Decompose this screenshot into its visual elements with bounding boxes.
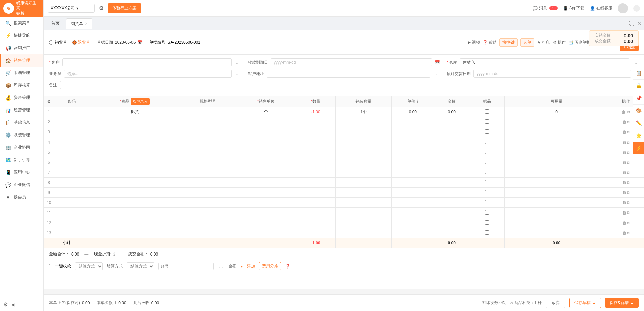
video-link[interactable]: ▶ 视频 — [468, 40, 480, 45]
fee-split-btn[interactable]: 费用分摊 — [259, 262, 281, 270]
sidebar-item-marketing[interactable]: 📢 营销推广 — [0, 42, 43, 54]
copy-icon[interactable]: ⧉ — [627, 150, 630, 155]
rfb-star[interactable]: ⭐ — [633, 129, 644, 142]
col-settings[interactable]: ⚙ — [44, 96, 54, 107]
order-balance-info[interactable]: ℹ — [115, 301, 116, 305]
row-1-barcode[interactable] — [54, 107, 89, 117]
save-new-button[interactable]: 保存&新增 ▲ — [605, 298, 639, 308]
sidebar-item-system[interactable]: ⚙️ 系统管理 — [0, 129, 43, 141]
delete-icon[interactable]: 🗑 — [622, 130, 627, 134]
company-select[interactable]: XXXXXX公司 ▾ — [48, 4, 95, 13]
sidebar-item-quick-nav[interactable]: ⚡ 快捷导航 — [0, 29, 43, 42]
delete-icon[interactable]: 🗑 — [622, 170, 627, 175]
customer-address-input[interactable] — [267, 70, 430, 78]
delete-icon[interactable]: 🗑 — [622, 180, 627, 185]
add-payment-btn[interactable]: 添加 — [247, 263, 255, 269]
sidebar-item-search[interactable]: 🔍 搜索菜单 — [0, 17, 43, 29]
close-all-icon[interactable]: ✕ — [637, 20, 641, 27]
row-1-copy-icon[interactable]: ⧉ — [627, 110, 630, 114]
delete-icon[interactable]: 🗑 — [622, 200, 627, 205]
delete-icon[interactable]: 🗑 — [622, 221, 627, 225]
help-link[interactable]: ❓ 帮助 — [483, 40, 497, 45]
calendar-icon[interactable]: 📅 — [138, 40, 143, 45]
rfb-lock[interactable]: 🔒 — [633, 80, 644, 92]
choose-btn[interactable]: 选单 — [520, 38, 534, 47]
settings-gear-icon[interactable]: ⚙ — [99, 5, 104, 11]
payment-method-select[interactable]: 结算方式 — [75, 262, 103, 270]
salesperson-input[interactable] — [64, 70, 232, 78]
tab-expand-icon[interactable]: ⛶ — [629, 20, 634, 27]
discount-info-icon[interactable]: ℹ — [113, 252, 115, 257]
row-1-amount[interactable]: 0.00 — [434, 107, 469, 117]
copy-icon[interactable]: ⧉ — [627, 231, 630, 235]
rfb-color[interactable]: 🎨 — [633, 105, 644, 117]
sidebar-item-sales[interactable]: 🏠 销售管理 — [0, 54, 43, 67]
sidebar-settings-icon[interactable]: ⚙ — [3, 301, 8, 308]
copy-icon[interactable]: ⧉ — [627, 221, 630, 225]
salesperson-more-btn[interactable]: … — [234, 71, 241, 76]
tab-sales-order[interactable]: 销货单 × — [66, 18, 92, 29]
shortcut-btn[interactable]: 快捷键 — [499, 38, 518, 47]
sales-order-radio[interactable]: 销货单 — [49, 40, 67, 45]
delete-icon[interactable]: 🗑 — [622, 140, 627, 145]
delete-icon[interactable]: 🗑 — [622, 150, 627, 155]
due-date-calendar-icon[interactable]: 📅 — [435, 60, 440, 65]
sidebar-item-member[interactable]: V 畅会员 — [0, 191, 43, 203]
tab-home[interactable]: 首页 — [46, 18, 65, 29]
account-input[interactable] — [158, 263, 214, 270]
sidebar-collapse-icon[interactable]: ◀ — [11, 302, 14, 307]
copy-icon[interactable]: ⧉ — [627, 190, 630, 195]
account-more-btn[interactable]: … — [218, 264, 224, 269]
copy-icon[interactable]: ⧉ — [627, 170, 630, 175]
row-1-gift[interactable] — [469, 107, 505, 117]
row-1-spec[interactable] — [180, 107, 236, 117]
due-date-input[interactable] — [271, 58, 432, 66]
expected-date-input[interactable] — [473, 70, 631, 78]
scan-btn[interactable]: 扫码录入 — [131, 98, 150, 105]
rfb-notes[interactable]: 📋 — [633, 67, 644, 80]
rfb-orange-action[interactable]: ⚡ — [633, 142, 644, 154]
fee-info-icon[interactable]: ❓ — [285, 264, 290, 269]
copy-icon[interactable]: ⧉ — [627, 200, 630, 205]
calc-method-select[interactable]: 结算方式 — [127, 262, 154, 270]
row-1-delete-icon[interactable]: 🗑 — [622, 110, 626, 114]
warehouse-input[interactable] — [460, 58, 629, 66]
return-order-radio[interactable]: 退货单 — [72, 40, 90, 45]
copy-icon[interactable]: ⧉ — [627, 130, 630, 134]
sidebar-item-finance[interactable]: 💰 资金管理 — [0, 91, 43, 104]
row-1-unit-price[interactable]: 0.00 — [391, 107, 434, 117]
discard-button[interactable]: 放弃 — [546, 298, 565, 308]
sidebar-item-ops[interactable]: 📊 经营管理 — [0, 104, 43, 116]
copy-icon[interactable]: ⧉ — [627, 120, 630, 124]
app-download-action[interactable]: 📱 App下载 — [563, 5, 584, 11]
message-action[interactable]: 💬 消息 99+ — [533, 5, 558, 11]
sidebar-item-inventory[interactable]: 📦 库存核算 — [0, 79, 43, 91]
delete-icon[interactable]: 🗑 — [622, 210, 627, 215]
customer-more-btn[interactable]: … — [234, 60, 241, 65]
sidebar-item-basics[interactable]: 📋 基础信息 — [0, 116, 43, 129]
address-more-btn[interactable]: … — [433, 71, 440, 76]
history-link[interactable]: 📑 历史单据 — [568, 40, 591, 45]
rfb-edit[interactable]: ✏️ — [633, 117, 644, 129]
tab-close-icon[interactable]: × — [85, 21, 87, 26]
warehouse-more-btn[interactable]: … — [632, 60, 639, 65]
copy-icon[interactable]: ⧉ — [627, 210, 630, 215]
delete-icon[interactable]: 🗑 — [622, 190, 627, 195]
row-1-product[interactable]: 拆货 — [89, 107, 180, 117]
note-input[interactable] — [60, 81, 639, 89]
copy-icon[interactable]: ⧉ — [627, 180, 630, 185]
delete-icon[interactable]: 🗑 — [622, 231, 627, 235]
sidebar-item-guide[interactable]: 🗺️ 新手引导 — [0, 154, 43, 166]
delete-icon[interactable]: 🗑 — [622, 120, 627, 124]
row-1-pack-qty[interactable]: 1个 — [335, 107, 391, 117]
trial-button[interactable]: 体验行业方案 — [108, 3, 141, 13]
sidebar-item-wechat[interactable]: 💬 企业微信 — [0, 179, 43, 191]
print-link[interactable]: 🖨 打印 — [537, 40, 550, 45]
row-1-unit[interactable]: 个 — [236, 107, 296, 117]
copy-icon[interactable]: ⧉ — [627, 160, 630, 165]
sidebar-item-purchase[interactable]: 🛒 采购管理 — [0, 67, 43, 79]
row-1-qty[interactable]: -1.00 — [296, 107, 335, 117]
save-draft-button[interactable]: 保存草稿 ▲ — [570, 298, 601, 308]
rfb-pin[interactable]: 📌 — [633, 92, 644, 105]
online-support-action[interactable]: 👤 在线客服 — [590, 5, 612, 11]
